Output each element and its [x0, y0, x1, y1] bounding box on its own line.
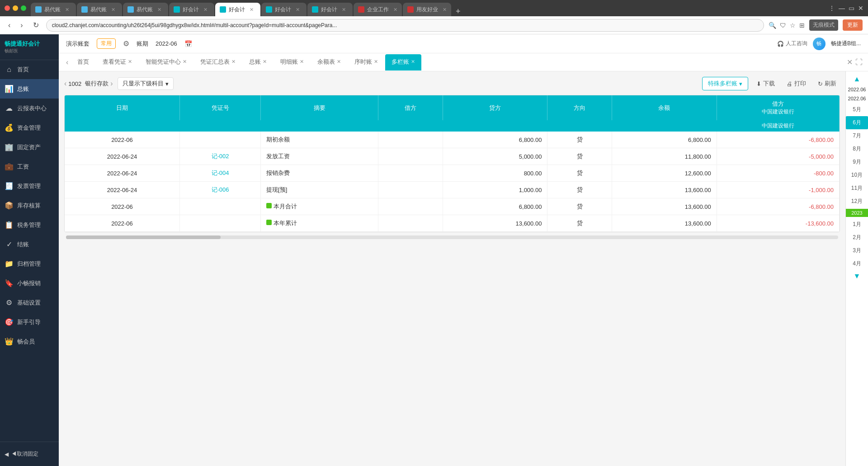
consult-btn[interactable]: 🎧 人工咨询 — [777, 40, 807, 47]
sidebar-item-ledger[interactable]: 📊 总账 — [0, 79, 59, 99]
tab-close-7[interactable]: ✕ — [342, 7, 346, 13]
browser-min-btn[interactable] — [13, 5, 18, 11]
expand-panel-btn[interactable]: ⛶ — [855, 58, 863, 66]
voucher-link[interactable]: 记-006 — [212, 186, 229, 193]
browser-close-btn[interactable] — [5, 5, 10, 11]
tab-close-8[interactable]: ✕ — [393, 7, 397, 13]
tab-smart-voucher[interactable]: 智能凭证中心 ✕ — [139, 54, 193, 71]
sidebar-item-report[interactable]: ☁ 云报表中心 — [0, 99, 59, 118]
tab-close-2[interactable]: ✕ — [111, 7, 115, 13]
tab-voucher[interactable]: 查看凭证 ✕ — [96, 54, 138, 71]
tab-seq-close[interactable]: ✕ — [374, 59, 378, 65]
address-input[interactable] — [46, 19, 764, 32]
browser-tab-6[interactable]: 好会计 ✕ — [261, 3, 307, 16]
cal-month-aug[interactable]: 8月 — [846, 142, 868, 155]
cal-month-oct[interactable]: 10月 — [846, 169, 868, 182]
tab-close-1[interactable]: ✕ — [65, 7, 69, 13]
tab-gl-close[interactable]: ✕ — [263, 59, 267, 65]
cal-month-apr[interactable]: 4月 — [846, 257, 868, 270]
sidebar-item-expense[interactable]: 🔖 小畅报销 — [0, 273, 59, 293]
browser-tab-7[interactable]: 好会计 ✕ — [307, 3, 353, 16]
tab-voucher-close[interactable]: ✕ — [128, 59, 132, 65]
cal-month-nov[interactable]: 11月 — [846, 182, 868, 195]
browser-tab-4[interactable]: 好会计 ✕ — [169, 3, 214, 16]
browser-tab-5[interactable]: 好会计 ✕ — [215, 3, 260, 16]
sidebar-item-home[interactable]: ⌂ 首页 — [0, 60, 59, 79]
sidebar-item-member[interactable]: 👑 畅会员 — [0, 332, 59, 351]
sidebar-item-guide[interactable]: 🎯 新手引导 — [0, 312, 59, 332]
tab-dl-close[interactable]: ✕ — [300, 59, 304, 65]
sidebar-item-settings[interactable]: ⚙ 基础设置 — [0, 293, 59, 312]
tab-detail-ledger[interactable]: 明细账 ✕ — [274, 54, 310, 71]
cal-month-sep[interactable]: 9月 — [846, 155, 868, 169]
cal-month-jun[interactable]: 6月 — [846, 116, 868, 129]
tab-smart-close[interactable]: ✕ — [183, 59, 187, 65]
breadcrumb-next[interactable]: › — [110, 80, 113, 88]
sidebar-item-asset[interactable]: 🏢 固定资产 — [0, 137, 59, 157]
sub-account-filter[interactable]: 只显示下级科目 ▾ — [118, 77, 174, 90]
print-btn[interactable]: 🖨 打印 — [783, 77, 810, 90]
minimize-btn[interactable]: — — [839, 5, 845, 12]
tab-close-5[interactable]: ✕ — [250, 7, 254, 13]
search-icon[interactable]: 🔍 — [769, 22, 776, 29]
cell-voucher[interactable]: 记-002 — [179, 148, 260, 165]
calendar-icon[interactable]: 📅 — [184, 40, 192, 47]
tab-home[interactable]: 首页 — [71, 54, 95, 71]
voucher-link[interactable]: 记-002 — [212, 153, 229, 160]
demo-badge[interactable]: 常用 — [97, 38, 116, 49]
special-multi-col-btn[interactable]: 特殊多栏账 ▾ — [702, 77, 748, 90]
back-btn[interactable]: ‹ — [5, 20, 13, 30]
new-tab-btn[interactable]: + — [452, 7, 464, 16]
window-close-btn[interactable]: ✕ — [858, 5, 863, 12]
sidebar-item-salary[interactable]: 💼 工资 — [0, 157, 59, 176]
reload-btn[interactable]: ↻ — [30, 20, 42, 30]
split-screen-icon[interactable]: ⊞ — [799, 22, 805, 29]
cal-scroll-down[interactable]: ▼ — [852, 270, 863, 282]
cal-month-mar[interactable]: 3月 — [846, 244, 868, 257]
download-btn[interactable]: ⬇ 下载 — [753, 77, 778, 90]
update-btn[interactable]: 更新 — [843, 19, 863, 31]
cal-month-may[interactable]: 5月 — [846, 103, 868, 116]
sidebar-item-archive[interactable]: 📁 归档管理 — [0, 254, 59, 273]
browser-tab-9[interactable]: 用友好业 ✕ — [403, 3, 451, 16]
tab-multi-col[interactable]: 多栏账 ✕ — [385, 54, 421, 71]
tab-close-6[interactable]: ✕ — [296, 7, 300, 13]
maximize-btn[interactable]: ▭ — [849, 5, 854, 12]
star-icon[interactable]: ☆ — [790, 22, 796, 29]
tab-mc-close[interactable]: ✕ — [411, 59, 415, 65]
h-scroll-thumb[interactable] — [66, 235, 221, 239]
cell-voucher[interactable]: 记-006 — [179, 182, 260, 198]
sidebar-item-invoice[interactable]: 🧾 发票管理 — [0, 176, 59, 196]
tab-sequence[interactable]: 序时账 ✕ — [348, 54, 384, 71]
breadcrumb-prev[interactable]: ‹ — [64, 80, 66, 88]
tab-general-ledger[interactable]: 总账 ✕ — [243, 54, 273, 71]
no-trace-btn[interactable]: 无痕模式 — [809, 19, 838, 31]
refresh-btn[interactable]: ↻ 刷新 — [814, 77, 840, 90]
cal-month-jan[interactable]: 1月 — [846, 218, 868, 231]
tab-list-btn[interactable]: ⋮ — [829, 5, 835, 12]
browser-tab-1[interactable]: 易代账 ✕ — [31, 3, 76, 16]
sidebar-item-close[interactable]: ✓ 结账 — [0, 235, 59, 254]
unpin-btn[interactable]: ◀ ◀取消固定 — [5, 447, 54, 461]
tab-close-4[interactable]: ✕ — [203, 7, 208, 13]
cell-voucher[interactable]: 记-004 — [179, 165, 260, 182]
cal-month-feb[interactable]: 2月 — [846, 231, 868, 244]
browser-tab-2[interactable]: 易代账 ✕ — [77, 3, 122, 16]
tab-bal-close[interactable]: ✕ — [337, 59, 341, 65]
tab-close-3[interactable]: ✕ — [157, 7, 161, 13]
settings-icon[interactable]: ⚙ — [123, 39, 129, 48]
sidebar-item-tax[interactable]: 📋 税务管理 — [0, 215, 59, 235]
voucher-link[interactable]: 记-004 — [212, 169, 229, 176]
browser-tab-8[interactable]: 企业工作 ✕ — [354, 3, 402, 16]
collapse-panel-btn[interactable]: ✕ — [847, 58, 853, 66]
cal-month-jul[interactable]: 7月 — [846, 129, 868, 142]
browser-tab-3[interactable]: 易代账 ✕ — [123, 3, 168, 16]
tab-close-9[interactable]: ✕ — [443, 7, 447, 13]
tab-voucher-summary[interactable]: 凭证汇总表 ✕ — [194, 54, 242, 71]
browser-max-btn[interactable] — [21, 5, 26, 11]
h-scrollbar[interactable] — [64, 234, 840, 240]
sidebar-item-fund[interactable]: 💰 资金管理 — [0, 118, 59, 137]
tab-balance[interactable]: 余额表 ✕ — [311, 54, 347, 71]
sidebar-item-inventory[interactable]: 📦 库存核算 — [0, 196, 59, 215]
cal-scroll-up[interactable]: ▲ — [852, 73, 863, 85]
